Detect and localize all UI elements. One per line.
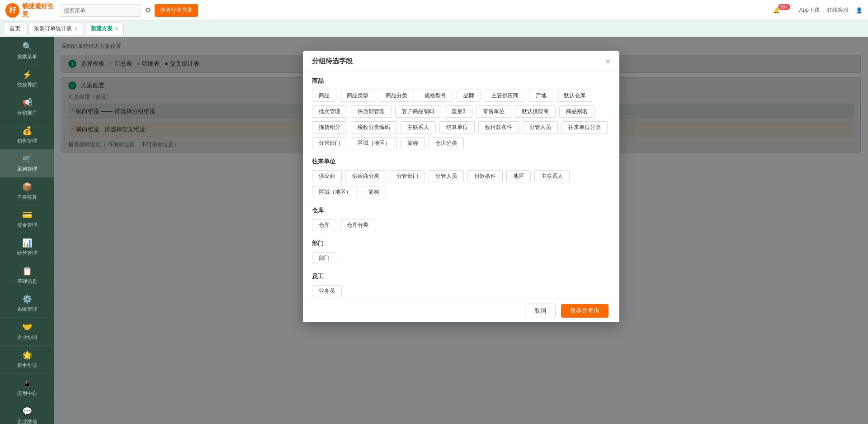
sidebar-item-wechat[interactable]: 💬 企业微信 [0, 402, 54, 424]
field-tag-partner-1[interactable]: 供应商分类 [345, 170, 386, 182]
field-tag-product-21[interactable]: 往来单位分类 [561, 121, 608, 133]
section-title-department: 部门 [312, 239, 610, 248]
notification-area[interactable]: 🔔99+ [773, 7, 792, 14]
sidebar-item-marketing[interactable]: 📢 营销推广 [0, 93, 54, 121]
field-tag-product-22[interactable]: 分管部门 [312, 137, 347, 149]
sidebar-item-guide[interactable]: 🌟 新手引导 [0, 346, 54, 374]
modal-header: 分组待选字段 × [303, 51, 619, 71]
field-tag-warehouse-1[interactable]: 仓库分类 [340, 219, 375, 231]
finance-icon: 💳 [22, 210, 32, 220]
modal-close-btn[interactable]: × [605, 57, 610, 66]
field-tag-product-9[interactable]: 保质期管理 [351, 105, 392, 118]
sidebar-item-appcenter-label: 应用中心 [17, 390, 37, 397]
field-tag-product-2[interactable]: 商品分类 [379, 90, 414, 102]
field-tag-product-20[interactable]: 分管人员 [523, 121, 558, 133]
tabbar: 首页 采购订单统计表 × 新建方案 × [0, 21, 868, 37]
tab-home-label: 首页 [9, 25, 20, 33]
field-tag-product-1[interactable]: 商品类型 [340, 90, 375, 102]
field-tag-product-7[interactable]: 默认仓库 [557, 90, 592, 102]
field-tag-partner-7[interactable]: 区域（地区） [312, 186, 358, 198]
field-tag-employee-0[interactable]: 业务员 [312, 285, 342, 297]
sidebar-item-sales[interactable]: 💰 销售管理 [0, 121, 54, 149]
field-tag-partner-2[interactable]: 分管部门 [390, 170, 425, 182]
modal-overlay: 分组待选字段 × 商品商品商品类型商品分类规格型号品牌主要供应商产地默认仓库批次… [54, 37, 868, 424]
field-tag-product-12[interactable]: 零售单位 [476, 105, 511, 118]
tab-new-scheme-close[interactable]: × [115, 26, 118, 31]
sidebar-item-operation-label: 经营管理 [17, 250, 37, 257]
user-avatar[interactable]: 👤 [856, 7, 863, 14]
purchase-icon: 🛒 [22, 154, 32, 164]
field-tag-product-13[interactable]: 默认供应商 [515, 105, 556, 118]
field-tag-product-0[interactable]: 商品 [312, 90, 336, 102]
field-tag-warehouse-0[interactable]: 仓库 [312, 219, 336, 231]
field-tag-product-6[interactable]: 产地 [529, 90, 553, 102]
sidebar-item-sales-label: 销售管理 [17, 138, 37, 144]
field-tag-partner-4[interactable]: 付款条件 [467, 170, 503, 182]
marketing-icon: 📢 [22, 98, 32, 108]
sales-icon: 💰 [22, 126, 32, 136]
field-tags-employee: 业务员 [312, 285, 610, 297]
field-tag-product-17[interactable]: 主联系人 [401, 121, 436, 133]
gear-icon[interactable]: ⚙ [145, 6, 151, 14]
sidebar-item-operation[interactable]: 📊 经营管理 [0, 233, 54, 262]
guide-icon: 🌟 [22, 350, 32, 360]
sidebar-item-appcenter[interactable]: 📱 应用中心 [0, 374, 54, 402]
sidebar-item-shortcut[interactable]: ⚡ 快捷导航 [0, 65, 54, 93]
field-tag-product-23[interactable]: 区域（地区） [351, 137, 397, 149]
sidebar-item-basic[interactable]: 📋 基础信息 [0, 262, 54, 290]
field-tag-partner-6[interactable]: 主联系人 [534, 170, 570, 182]
field-tag-product-4[interactable]: 品牌 [457, 90, 481, 102]
sidebar: 🔍 搜索菜单 ⚡ 快捷导航 📢 营销推广 💰 销售管理 🛒 采购管理 📦 库存核… [0, 37, 54, 424]
modal-body[interactable]: 商品商品商品类型商品分类规格型号品牌主要供应商产地默认仓库批次管理保质期管理客户… [303, 71, 619, 299]
sidebar-item-purchase[interactable]: 🛒 采购管理 [0, 149, 54, 177]
field-tag-product-10[interactable]: 客户商品编码 [395, 105, 441, 118]
field-tag-partner-3[interactable]: 分管人员 [429, 170, 464, 182]
field-tag-product-11[interactable]: 重量3 [445, 105, 472, 118]
sidebar-item-cooperation[interactable]: 🤝 企业协同 [0, 318, 54, 346]
sidebar-item-purchase-label: 采购管理 [17, 166, 37, 172]
field-tag-department-0[interactable]: 部门 [312, 252, 336, 264]
tab-new-scheme[interactable]: 新建方案 × [85, 23, 124, 35]
tab-purchase-stats-label: 采购订单统计表 [34, 25, 72, 33]
field-tag-product-15[interactable]: 拣货积分 [312, 121, 347, 133]
sidebar-item-search[interactable]: 🔍 搜索菜单 [0, 37, 54, 65]
inventory-icon: 📦 [22, 182, 32, 192]
cooperation-icon: 🤝 [22, 322, 32, 332]
experience-btn[interactable]: 体验行业方案 [155, 4, 198, 17]
sidebar-item-finance[interactable]: 💳 资金管理 [0, 205, 54, 233]
online-service-link[interactable]: 在线客服 [827, 6, 849, 14]
field-tag-partner-8[interactable]: 简称 [362, 186, 386, 198]
sidebar-item-wechat-label: 企业微信 [17, 418, 37, 424]
system-icon: ⚙️ [22, 294, 32, 304]
field-tag-product-18[interactable]: 结算单位 [439, 121, 475, 133]
sidebar-item-basic-label: 基础信息 [17, 278, 37, 285]
field-section-product: 商品商品商品类型商品分类规格型号品牌主要供应商产地默认仓库批次管理保质期管理客户… [312, 77, 610, 149]
field-tag-product-25[interactable]: 仓库分类 [429, 137, 464, 149]
section-title-partner: 往来单位 [312, 157, 610, 166]
sidebar-item-inventory[interactable]: 📦 库存核算 [0, 177, 54, 205]
field-section-partner: 往来单位供应商供应商分类分管部门分管人员付款条件地区主联系人区域（地区）简称 [312, 157, 610, 198]
main-layout: 🔍 搜索菜单 ⚡ 快捷导航 📢 营销推广 💰 销售管理 🛒 采购管理 📦 库存核… [0, 37, 868, 424]
sidebar-item-shortcut-label: 快捷导航 [17, 81, 37, 88]
appcenter-icon: 📱 [22, 378, 32, 388]
app-download-link[interactable]: App下载 [799, 6, 820, 14]
field-tags-warehouse: 仓库仓库分类 [312, 219, 610, 231]
tab-purchase-stats[interactable]: 采购订单统计表 × [28, 23, 83, 35]
field-tag-partner-0[interactable]: 供应商 [312, 170, 342, 182]
field-tag-product-8[interactable]: 批次管理 [312, 105, 347, 118]
field-tag-product-5[interactable]: 主要供应商 [485, 90, 525, 102]
field-tag-product-24[interactable]: 简称 [401, 137, 425, 149]
field-section-warehouse: 仓库仓库仓库分类 [312, 206, 610, 231]
wechat-icon: 💬 [22, 406, 32, 416]
field-tag-product-14[interactable]: 商品别名 [559, 105, 594, 118]
confirm-button[interactable]: 保存并查询 [561, 304, 609, 318]
tab-home[interactable]: 首页 [4, 23, 26, 35]
sidebar-item-system[interactable]: ⚙️ 系统管理 [0, 290, 54, 318]
field-tag-product-19[interactable]: 收付款条件 [478, 121, 519, 133]
field-tag-product-3[interactable]: 规格型号 [418, 90, 453, 102]
search-input[interactable] [60, 4, 141, 17]
field-tag-partner-5[interactable]: 地区 [506, 170, 531, 182]
tab-purchase-stats-close[interactable]: × [75, 26, 77, 31]
cancel-button[interactable]: 取消 [525, 304, 556, 318]
field-tag-product-16[interactable]: 税收分类编码 [351, 121, 397, 133]
